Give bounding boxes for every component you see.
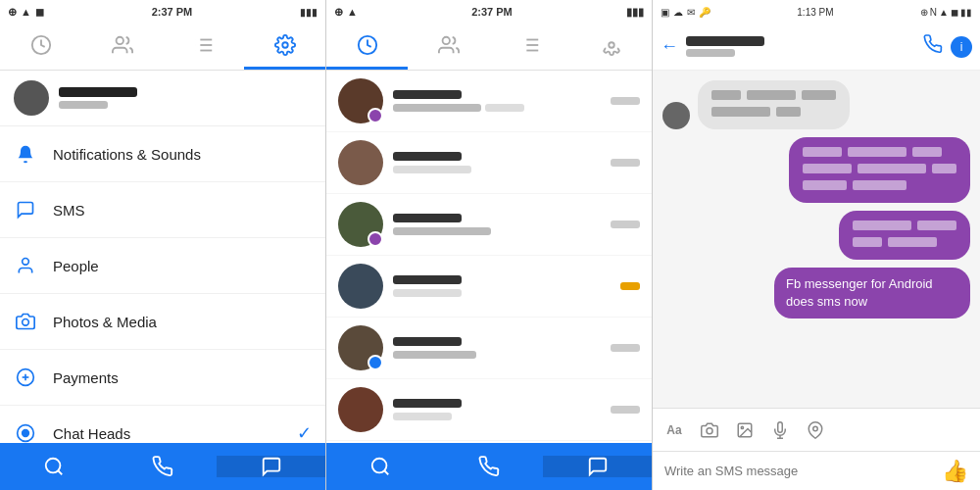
- bt-icon: ⊕: [8, 6, 17, 19]
- fb-icon: ▣: [661, 7, 669, 18]
- signal-3: ◼: [951, 7, 958, 18]
- text-placeholder: [853, 180, 906, 190]
- status-bar-3: ▣ ☁ ✉ 🔑 1:13 PM ⊕ N ▲ ◼ ▮▮: [653, 0, 980, 24]
- text-placeholder: [776, 107, 801, 117]
- list-item[interactable]: [326, 379, 652, 441]
- contact-status: [686, 49, 735, 57]
- phone-btn-1[interactable]: [109, 456, 218, 477]
- contact-name: [686, 36, 764, 46]
- status-icons-right: ▮▮▮: [300, 7, 318, 18]
- compose-btn-1[interactable]: [217, 456, 325, 477]
- text-placeholder: [853, 237, 882, 247]
- avatar: [338, 325, 383, 370]
- list-item[interactable]: [326, 71, 652, 132]
- text-placeholder: [747, 90, 796, 100]
- tab-people[interactable]: [81, 24, 163, 70]
- profile-header: [0, 71, 325, 126]
- chat-messages: Fb messenger for Android does sms now: [653, 71, 980, 408]
- list-item[interactable]: [326, 194, 652, 256]
- settings-panel: ⊕ ▲ ◼ 2:37 PM ▮▮▮: [0, 0, 326, 490]
- convo-name: [393, 152, 462, 161]
- text-placeholder: [912, 147, 942, 157]
- battery-2: ▮▮▮: [626, 6, 644, 19]
- settings-list: Notifications & Sounds SMS People Photos…: [0, 126, 325, 443]
- camera-btn[interactable]: [696, 416, 723, 444]
- svg-point-10: [23, 319, 29, 326]
- convo-name: [393, 337, 462, 346]
- svg-line-17: [59, 470, 63, 474]
- bt-3: ⊕: [920, 7, 928, 18]
- settings-item-people[interactable]: People: [0, 238, 325, 294]
- profile-name: [59, 87, 137, 97]
- payments-label: Payments: [53, 369, 312, 386]
- convo-time: [611, 220, 640, 228]
- text-placeholder: [803, 180, 847, 190]
- tab-people-2[interactable]: [408, 24, 489, 70]
- search-btn-1[interactable]: [0, 456, 109, 477]
- settings-item-sms[interactable]: SMS: [0, 182, 325, 238]
- message-row-outgoing: [662, 211, 970, 260]
- wifi-icon: ▲: [21, 6, 31, 18]
- convo-name: [393, 399, 462, 408]
- settings-item-chatheads[interactable]: Chat Heads ✓: [0, 406, 325, 443]
- convo-name: [393, 214, 462, 222]
- text-placeholder: [803, 164, 852, 173]
- convo-msg: [393, 351, 476, 359]
- msg-icon: ✉: [687, 7, 695, 18]
- vpn-icon: 🔑: [699, 7, 710, 18]
- battery-icon: ▮▮▮: [300, 7, 318, 18]
- status-bar-1: ⊕ ▲ ◼ 2:37 PM ▮▮▮: [0, 0, 325, 24]
- image-btn[interactable]: [731, 416, 759, 444]
- list-item[interactable]: [326, 132, 652, 194]
- settings-item-payments[interactable]: Payments: [0, 350, 325, 406]
- settings-item-notifications[interactable]: Notifications & Sounds: [0, 126, 325, 182]
- list-item[interactable]: [326, 256, 652, 318]
- tab-gear-2[interactable]: [570, 24, 652, 70]
- call-button[interactable]: [923, 34, 943, 59]
- back-button[interactable]: ←: [661, 36, 678, 57]
- mic-btn[interactable]: [766, 416, 794, 444]
- avatar: [338, 140, 383, 185]
- send-button[interactable]: 👍: [942, 459, 968, 484]
- compose-btn-2[interactable]: [543, 456, 652, 477]
- text-placeholder: [803, 147, 842, 157]
- badge: [368, 231, 383, 247]
- convo-msg2: [485, 104, 524, 112]
- bottom-bar-2: [326, 443, 652, 490]
- text-placeholder: [853, 220, 911, 230]
- avatar: [338, 202, 383, 247]
- svg-point-28: [707, 427, 712, 433]
- phone-btn-2[interactable]: [435, 456, 544, 477]
- svg-point-19: [442, 37, 449, 44]
- tab-list-2[interactable]: [489, 24, 570, 70]
- text-placeholder: [711, 90, 741, 100]
- settings-item-photos[interactable]: Photos & Media: [0, 294, 325, 350]
- convo-info: [393, 214, 601, 235]
- tab-clock-2[interactable]: [326, 24, 408, 70]
- svg-point-30: [741, 426, 743, 428]
- svg-point-15: [23, 430, 29, 437]
- chat-panel: ▣ ☁ ✉ 🔑 1:13 PM ⊕ N ▲ ◼ ▮▮ ← i: [653, 0, 980, 490]
- tab-clock[interactable]: [0, 24, 81, 70]
- info-button[interactable]: i: [951, 36, 972, 58]
- tab-gear[interactable]: [244, 24, 325, 70]
- signal-icon: ◼: [35, 6, 44, 19]
- clock-display-3: 1:13 PM: [797, 7, 833, 18]
- avatar: [14, 80, 49, 116]
- message-bubble-outgoing: [839, 211, 970, 260]
- avatar: [338, 387, 383, 432]
- svg-point-33: [813, 426, 818, 431]
- message-input[interactable]: [664, 464, 934, 478]
- location-btn[interactable]: [802, 416, 829, 444]
- badge-blue: [368, 355, 383, 370]
- search-btn-2[interactable]: [326, 456, 435, 477]
- aa-button[interactable]: Aa: [661, 416, 688, 444]
- message-bubble-outgoing: [789, 137, 970, 203]
- person-icon: [14, 254, 37, 277]
- list-item[interactable]: [326, 318, 652, 379]
- tab-list[interactable]: [163, 24, 244, 70]
- svg-point-25: [609, 42, 614, 48]
- convo-time: [611, 159, 640, 167]
- right-icons-3: ⊕ N ▲ ◼ ▮▮: [920, 7, 972, 18]
- convo-info: [393, 337, 601, 359]
